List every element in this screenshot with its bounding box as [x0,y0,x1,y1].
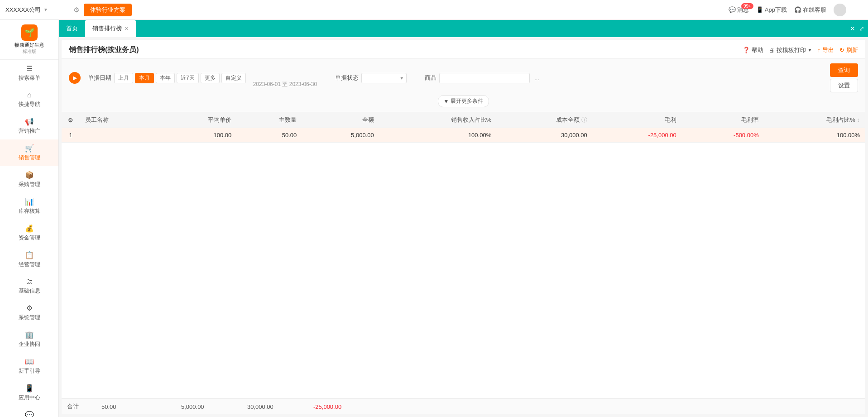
sidebar-item-enterprise[interactable]: 🏢 企业协同 [0,326,58,353]
goods-input[interactable] [439,73,530,83]
marketing-icon: 📢 [25,117,34,126]
sidebar-item-label: 经营管理 [19,261,40,268]
app-download-button[interactable]: 📱 App下载 [756,6,787,14]
tab-home-label: 首页 [66,24,78,33]
sidebar-item-wechat[interactable]: 💬 企业微信 [0,406,58,417]
company-selector[interactable]: XXXXXX公司 ▼ [5,6,69,14]
basic-icon: 🗂 [26,278,33,286]
phone-icon: 📱 [756,6,763,13]
main-layout: 🌱 畅康通好生意 标准版 ☰ 搜索菜单 ⌂ 快捷导航 📢 营销推广 🛒 销售管理… [0,20,868,417]
cell-rank: 1 [62,128,80,143]
trial-button[interactable]: 体验行业方案 [84,4,132,16]
sidebar-item-guide[interactable]: 📖 新手引导 [0,353,58,379]
purchase-icon: 📦 [25,171,34,179]
prev-month-btn[interactable]: 上月 [114,73,133,83]
gross-pct-sort-icon[interactable]: ↕ [857,116,860,123]
col-settings[interactable]: ⚙ [62,112,80,128]
sidebar-item-basic[interactable]: 🗂 基础信息 [0,273,58,299]
online-service-button[interactable]: 🎧 在线客服 [794,6,826,14]
date-range-buttons: 上月 本月 本年 近7天 更多 自定义 [114,73,246,83]
export-label: 导出 [822,46,834,54]
message-badge: 99+ [741,3,753,9]
tab-sales-rank-label: 销售排行榜 [92,24,122,33]
print-chevron-icon: ▼ [808,48,812,53]
sidebar-item-label: 资金管理 [19,234,40,242]
inventory-icon: 📊 [25,197,34,206]
sidebar-item-label: 搜索菜单 [19,74,40,82]
sidebar-item-label: 新手引导 [19,367,40,375]
query-button[interactable]: 查询 [830,63,858,77]
logo-text: 畅康通好生意 [14,42,44,48]
sidebar-item-label: 企业协同 [19,340,40,348]
expand-label: 展开更多条件 [451,97,483,105]
apps-icon: 📱 [25,384,34,393]
export-button[interactable]: ↑ 导出 [818,46,834,54]
status-select[interactable] [361,73,407,83]
sidebar-item-system[interactable]: ⚙ 系统管理 [0,299,58,326]
table-header-row: ⚙ 员工名称 平均单价 主数量 全额 [62,112,865,128]
help-button[interactable]: ❓ 帮助 [743,46,763,54]
goods-filter-label: 商品 [425,74,436,82]
headset-icon: 🎧 [794,6,801,13]
more-btn[interactable]: 更多 [201,73,220,83]
expand-window-icon[interactable]: ⤢ [859,25,864,32]
status-filter-label: 单据状态 [335,74,359,82]
refresh-icon: ↻ [839,47,844,53]
page-title: 销售排行榜(按业务员) [69,45,139,55]
home-icon: ⌂ [27,91,32,99]
sidebar-item-label: 应用中心 [19,394,40,402]
window-controls: ✕ ⤢ [846,20,868,37]
col-gross-pct: 毛利占比% ↕ [764,112,865,128]
avatar[interactable] [834,4,846,16]
page-actions: ❓ 帮助 🖨 按模板打印 ▼ ↑ 导出 ↻ 刷新 [743,46,858,54]
sidebar-item-search[interactable]: ☰ 搜索菜单 [0,60,58,86]
col-cost: 成本全额 ⓘ [497,112,593,128]
tab-sales-rank[interactable]: 销售排行榜 ✕ [85,20,136,37]
sidebar-item-marketing[interactable]: 📢 营销推广 [0,113,58,139]
filter-row: ▶ 单据日期 上月 本月 本年 近7天 更多 自定义 [69,63,858,92]
expand-more-btn[interactable]: ▼ 展开更多条件 [438,95,489,107]
cell-gross-rate: -500.00% [682,128,764,143]
date-filter-label: 单据日期 [88,74,111,82]
sidebar-item-label: 基础信息 [19,287,40,295]
print-icon: 🖨 [769,47,775,53]
message-icon[interactable]: 💬 消息 99+ [729,6,749,14]
custom-btn[interactable]: 自定义 [221,73,246,83]
last7-btn[interactable]: 近7天 [177,73,199,83]
sidebar-item-label: 系统管理 [19,314,40,321]
sidebar-item-label: 销售管理 [19,154,40,162]
sidebar-item-shortcut[interactable]: ⌂ 快捷导航 [0,86,58,113]
cell-cost: 30,000.00 [497,128,593,143]
sidebar-item-purchase[interactable]: 📦 采购管理 [0,166,58,193]
operation-icon: 📋 [25,251,34,259]
status-filter: 单据状态 ▼ [335,73,407,83]
cost-info-icon: ⓘ [581,116,587,123]
filter-section: ▶ 单据日期 上月 本月 本年 近7天 更多 自定义 [62,59,865,112]
template-print-button[interactable]: 🖨 按模板打印 ▼ [769,46,812,54]
sidebar-item-label: 采购管理 [19,181,40,188]
table-row: 1 100.00 50.00 5,000.00 100.00% 30,000.0… [62,128,865,143]
data-table: ⚙ 员工名称 平均单价 主数量 全额 [62,112,865,143]
sidebar-item-sales[interactable]: 🛒 销售管理 [0,139,58,166]
sidebar-item-operation[interactable]: 📋 经营管理 [0,246,58,273]
cur-month-btn[interactable]: 本月 [135,73,154,83]
system-icon: ⚙ [26,304,33,312]
settings-button[interactable]: 设置 [830,79,858,92]
page-header: 销售排行榜(按业务员) ❓ 帮助 🖨 按模板打印 ▼ ↑ 导出 [62,40,865,59]
close-window-icon[interactable]: ✕ [850,25,855,32]
settings-icon[interactable]: ⚙ [73,6,79,14]
sidebar-item-finance[interactable]: 💰 资金管理 [0,220,58,246]
top-header: XXXXXX公司 ▼ ⚙ 体验行业方案 💬 消息 99+ 📱 App下载 🎧 在… [0,0,868,20]
refresh-button[interactable]: ↻ 刷新 [839,46,858,54]
goods-more-icon[interactable]: ... [534,75,539,81]
wechat-icon: 💬 [25,411,34,417]
search-menu-icon: ☰ [26,64,33,73]
filter-toggle-btn[interactable]: ▶ [69,72,81,84]
tab-home[interactable]: 首页 [59,20,85,37]
tab-close-icon[interactable]: ✕ [125,26,129,32]
col-amount: 全额 [302,112,379,128]
col-gross-rate: 毛利率 [682,112,764,128]
sidebar-item-inventory[interactable]: 📊 库存核算 [0,193,58,220]
cur-year-btn[interactable]: 本年 [156,73,175,83]
sidebar-item-apps[interactable]: 📱 应用中心 [0,379,58,406]
